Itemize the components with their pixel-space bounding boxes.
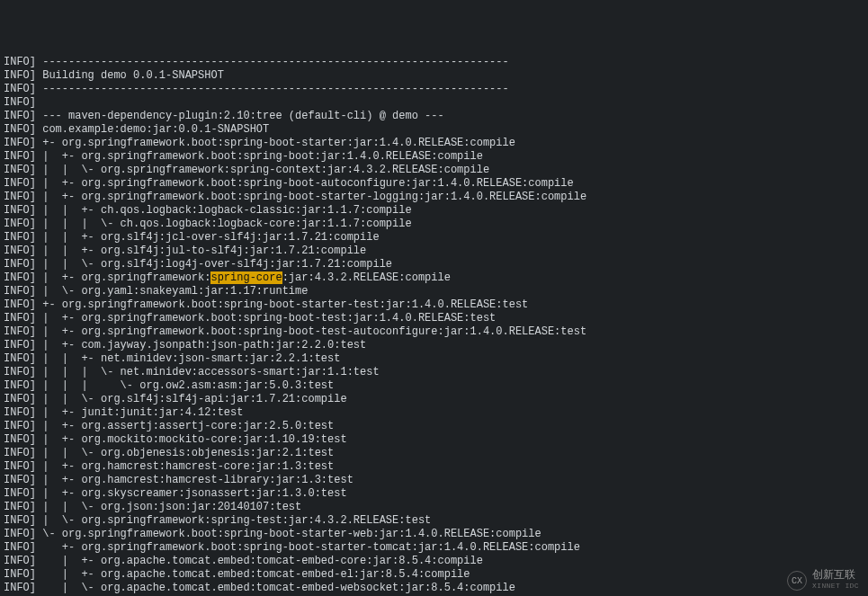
- watermark-icon: CX: [787, 571, 807, 591]
- log-line: INFO] com.example:demo:jar:0.0.1-SNAPSHO…: [4, 123, 864, 137]
- log-line: INFO] | +- org.hamcrest:hamcrest-core:ja…: [4, 460, 864, 474]
- watermark: CX 创新互联 XINNET IDC: [787, 571, 859, 591]
- log-line: INFO] | | \- org.slf4j:slf4j-api:jar:1.7…: [4, 393, 864, 406]
- log-line: INFO] +- org.springframework.boot:spring…: [4, 298, 864, 312]
- log-line: INFO] | +- org.assertj:assertj-core:jar:…: [4, 420, 864, 433]
- log-line: INFO] | \- org.springframework:spring-te…: [4, 514, 864, 528]
- log-line: INFO] | | +- org.slf4j:jul-to-slf4j:jar:…: [4, 245, 864, 258]
- log-line: INFO] | | \- org.json:json:jar:20140107:…: [4, 501, 864, 514]
- log-line: INFO] +- org.springframework.boot:spring…: [4, 137, 864, 150]
- log-line: INFO] \- org.springframework.boot:spring…: [4, 528, 864, 541]
- log-line: INFO] | +- org.springframework.boot:spri…: [4, 177, 864, 191]
- log-line: INFO] | \- org.yaml:snakeyaml:jar:1.17:r…: [4, 285, 864, 298]
- log-line: INFO]: [4, 96, 864, 110]
- log-line: INFO] | +- org.springframework.boot:spri…: [4, 312, 864, 325]
- log-line: INFO] | +- org.springframework.boot:spri…: [4, 150, 864, 164]
- log-line: INFO] | +- org.hamcrest:hamcrest-library…: [4, 474, 864, 487]
- log-line: INFO] | +- junit:junit:jar:4.12:test: [4, 406, 864, 420]
- log-line: INFO] | | | \- ch.qos.logback:logback-co…: [4, 218, 864, 231]
- log-line: INFO] | | | \- net.minidev:accessors-sma…: [4, 366, 864, 379]
- log-line: INFO] | +- org.mockito:mockito-core:jar:…: [4, 433, 864, 447]
- log-line: INFO] | | +- ch.qos.logback:logback-clas…: [4, 204, 864, 218]
- log-line: INFO] | | \- org.slf4j:log4j-over-slf4j:…: [4, 258, 864, 271]
- watermark-en: XINNET IDC: [812, 581, 859, 591]
- log-line: INFO] | +- org.springframework:spring-co…: [4, 271, 864, 285]
- log-line: INFO] | \- org.apache.tomcat.embed:tomca…: [4, 582, 864, 595]
- highlighted-text: spring-core: [210, 271, 282, 284]
- log-line: INFO] ----------------------------------…: [4, 56, 864, 69]
- log-line: INFO] | +- org.skyscreamer:jsonassert:ja…: [4, 487, 864, 501]
- log-line: INFO] | | \- org.springframework:spring-…: [4, 164, 864, 177]
- log-line: INFO] | +- org.apache.tomcat.embed:tomca…: [4, 568, 864, 582]
- log-line: INFO] ----------------------------------…: [4, 83, 864, 96]
- watermark-cn: 创新互联: [812, 571, 859, 581]
- log-line: INFO] +- org.springframework.boot:spring…: [4, 541, 864, 555]
- log-line: INFO] | +- com.jayway.jsonpath:json-path…: [4, 339, 864, 352]
- log-line: INFO] | +- org.apache.tomcat.embed:tomca…: [4, 555, 864, 568]
- log-line: INFO] --- maven-dependency-plugin:2.10:t…: [4, 110, 864, 123]
- log-line: INFO] | | +- net.minidev:json-smart:jar:…: [4, 352, 864, 366]
- log-line: INFO] | +- org.springframework.boot:spri…: [4, 191, 864, 204]
- log-line: INFO] | | | \- org.ow2.asm:asm:jar:5.0.3…: [4, 379, 864, 393]
- log-line: INFO] Building demo 0.0.1-SNAPSHOT: [4, 69, 864, 83]
- terminal-output: INFO] ----------------------------------…: [4, 56, 864, 596]
- log-line: INFO] | | \- org.objenesis:objenesis:jar…: [4, 447, 864, 460]
- log-line: INFO] | +- org.springframework.boot:spri…: [4, 325, 864, 339]
- log-line: INFO] | | +- org.slf4j:jcl-over-slf4j:ja…: [4, 231, 864, 245]
